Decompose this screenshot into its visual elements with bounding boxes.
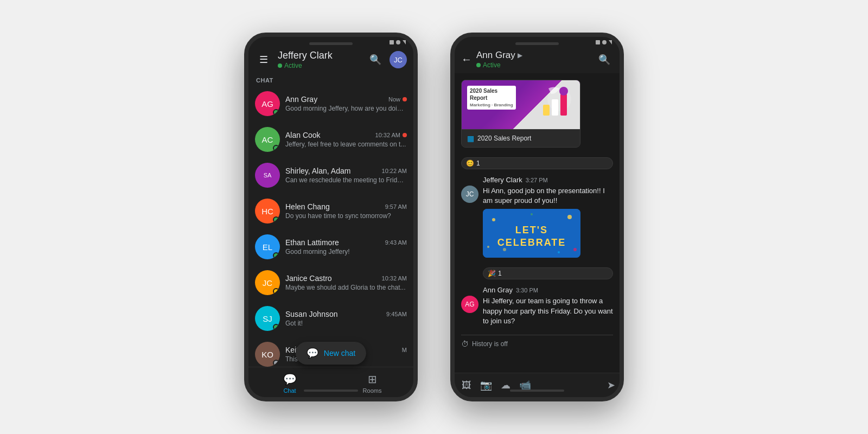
status-indicator (273, 216, 279, 223)
svg-point-4 (559, 87, 568, 95)
image-attach-button[interactable]: 🖼 (459, 378, 474, 393)
chat-list-header: ☰ Jeffery Clark Active 🔍 JC (248, 46, 413, 74)
nav-rooms-tab[interactable]: ⊞ Rooms (331, 371, 413, 396)
chat-name: Ethan Lattimore (285, 238, 339, 247)
file-card[interactable]: 2020 Sales Report Marketing · Branding (461, 80, 580, 148)
history-text: History is off (472, 340, 508, 348)
message-time: 3:27 PM (526, 177, 548, 183)
chat-preview: Good morning Jeffery! (285, 248, 407, 256)
file-type-icon: ▦ (467, 134, 474, 143)
chat-item-janice-castro[interactable]: JC Janice Castro 10:32 AM Maybe we shoul… (248, 265, 413, 301)
chat-content-ethan-lattimore: Ethan Lattimore 9:43 AM Good morning Jef… (285, 238, 407, 256)
active-status: Active (278, 62, 367, 69)
chat-name: Ann Gray (285, 95, 317, 104)
sales-visual: 2020 Sales Report Marketing · Branding (462, 80, 580, 129)
signal-icon-2 (596, 40, 600, 44)
unread-dot (403, 97, 407, 101)
menu-icon[interactable]: ☰ (255, 51, 272, 68)
status-indicator (273, 252, 279, 259)
celebrate-image: LET'S CELEBRATE (483, 209, 580, 258)
search-button[interactable]: 🔍 (367, 51, 384, 68)
chat-tab-icon: 💬 (283, 373, 297, 386)
phones-container: ☰ Jeffery Clark Active 🔍 JC CHAT (244, 33, 624, 401)
chat-content-janice-castro: Janice Castro 10:32 AM Maybe we should a… (285, 274, 407, 291)
message-header-jeffery: Jeffery Clark 3:27 PM (483, 176, 613, 184)
rooms-tab-label: Rooms (363, 387, 382, 394)
message-text-jeffery: Hi Ann, good job on the presentation!! I… (483, 186, 613, 206)
active-label: Active (284, 62, 302, 69)
chat-content-helen-chang: Helen Chang 9:57 AM Do you have time to … (285, 202, 407, 220)
svg-rect-3 (560, 94, 567, 116)
message-input-bar: 🖼 📷 ☁ 📹 ➤ (455, 373, 620, 397)
celebrate-bg: LET'S CELEBRATE (483, 209, 580, 258)
message-content-ann: Ann Gray 3:30 PM Hi Jeffery, our team is… (483, 286, 613, 326)
chat-preview: Can we reschedule the meeting to Friday? (285, 176, 407, 184)
reaction-badge-1[interactable]: 😊 1 (461, 157, 613, 169)
chat-avatar-helen-chang: HC (255, 199, 280, 224)
active-status-2: Active (476, 61, 591, 69)
nav-chat-tab[interactable]: 💬 Chat (248, 371, 331, 396)
new-chat-label: New chat (324, 349, 355, 358)
history-icon: ⏱ (461, 340, 469, 348)
file-card-preview: 2020 Sales Report Marketing · Branding (462, 80, 580, 129)
bottom-nav: 💬 Chat ⊞ Rooms (248, 367, 413, 397)
status-indicator (273, 324, 279, 330)
chevron-right-icon: ▶ (518, 52, 522, 59)
chat-avatar-ann-gray: AG (255, 91, 280, 116)
wifi-icon (396, 40, 400, 44)
chat-item-ethan-lattimore[interactable]: EL Ethan Lattimore 9:43 AM Good morning … (248, 229, 413, 265)
svg-point-10 (531, 213, 533, 215)
chat-name: Susan Johnson (285, 310, 338, 318)
rooms-tab-icon: ⊞ (368, 373, 377, 386)
chat-item-shirley-group[interactable]: SA Shirley, Alan, Adam 10:22 AM Can we r… (248, 157, 413, 193)
chat-preview: Good morning Jeffery, how are you doing? (285, 105, 407, 112)
page-title: Jeffery Clark (278, 50, 367, 61)
active-label-2: Active (483, 61, 501, 69)
detail-header-info: Ann Gray ▶ Active (476, 50, 591, 69)
active-dot-icon-2 (476, 63, 481, 67)
message-text-ann: Hi Jeffery, our team is going to throw a… (483, 296, 613, 326)
chat-item-alan-cook[interactable]: AC Alan Cook 10:32 AM Jeffery, feel free… (248, 122, 413, 157)
chat-time: 10:32 AM (375, 132, 407, 138)
chat-time: Now (388, 96, 407, 103)
drive-button[interactable]: ☁ (498, 378, 513, 393)
header-title-area: Jeffery Clark Active (278, 50, 367, 69)
reaction-count-2: 1 (498, 270, 502, 277)
chat-name: Shirley, Alan, Adam (285, 167, 350, 175)
chat-content-shirley-group: Shirley, Alan, Adam 10:22 AM Can we resc… (285, 167, 407, 184)
svg-point-12 (503, 248, 506, 251)
status-bar-2 (455, 37, 620, 46)
status-indicator (273, 109, 279, 116)
chat-item-susan-johnson[interactable]: SJ Susan Johnson 9:45AM Got it! (248, 301, 413, 336)
signal-icon (390, 40, 394, 44)
new-chat-icon: 💬 (307, 347, 318, 359)
chat-avatar-ethan-lattimore: EL (255, 234, 280, 259)
reaction-badge-2[interactable]: 🎉 1 (483, 267, 613, 279)
search-button-2[interactable]: 🔍 (596, 51, 613, 68)
camera-button[interactable]: 📷 (478, 378, 494, 393)
file-message: 2020 Sales Report Marketing · Branding (461, 78, 613, 148)
back-button[interactable]: ← (461, 53, 472, 66)
chat-time: 9:57 AM (385, 203, 407, 210)
chat-time: 9:43 AM (385, 239, 407, 246)
svg-text:LET'S: LET'S (515, 225, 548, 235)
send-button[interactable]: ➤ (607, 379, 615, 391)
new-chat-fab[interactable]: 💬 New chat (296, 342, 366, 365)
phone-chat-list: ☰ Jeffery Clark Active 🔍 JC CHAT (244, 33, 418, 401)
status-indicator (273, 145, 279, 151)
message-avatar-ann: AG (461, 296, 478, 313)
status-indicator (273, 288, 279, 295)
user-avatar[interactable]: JC (390, 51, 407, 68)
svg-point-8 (487, 246, 489, 248)
wifi-icon-2 (602, 40, 607, 44)
message-avatar-jeffery: JC (461, 186, 478, 203)
chat-item-ann-gray[interactable]: AG Ann Gray Now Good morning Jeffery, ho… (248, 86, 413, 122)
chat-item-helen-chang[interactable]: HC Helen Chang 9:57 AM Do you have time … (248, 193, 413, 229)
chat-section-label: CHAT (248, 74, 413, 86)
chat-preview: Do you have time to sync tomorrow? (285, 212, 407, 220)
video-button[interactable]: 📹 (518, 378, 533, 393)
history-off-notice: ⏱ History is off (461, 335, 613, 353)
chat-preview: Got it! (285, 320, 407, 327)
svg-text:CELEBRATE: CELEBRATE (497, 237, 566, 248)
svg-point-11 (558, 251, 560, 253)
